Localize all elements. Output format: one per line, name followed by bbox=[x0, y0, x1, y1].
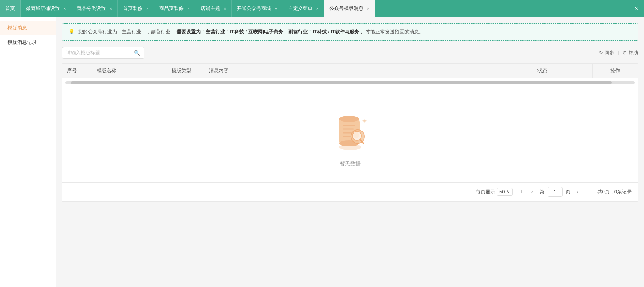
nav-tab-custom-menu-label: 自定义菜单 bbox=[288, 5, 312, 12]
nav-tab-product-decor[interactable]: 商品页装修 × bbox=[154, 0, 195, 17]
close-icon[interactable]: × bbox=[224, 6, 226, 11]
help-circle-icon: ⊙ bbox=[623, 50, 627, 55]
page-number-input[interactable] bbox=[548, 187, 563, 197]
nav-tab-home-label: 首页 bbox=[5, 5, 15, 12]
nav-tab-template-msg[interactable]: 公众号模版消息 × bbox=[324, 0, 375, 17]
main-layout: 模版消息 模版消息记录 💡 您的公众号行业为：主营行业：，副营行业： 需要设置为… bbox=[0, 17, 644, 287]
notice-icon: 💡 bbox=[68, 29, 74, 34]
content-area: 💡 您的公众号行业为：主营行业：，副营行业： 需要设置为：主营行业：IT科技 /… bbox=[56, 17, 644, 287]
sidebar: 模版消息 模版消息记录 bbox=[0, 17, 56, 287]
nav-tab-home-decor-label: 首页装修 bbox=[123, 5, 142, 12]
nav-tab-micro-shop-label: 微商城店铺设置 bbox=[26, 5, 60, 12]
total-text: 共0页，0条记录 bbox=[597, 189, 632, 195]
scroll-bar-container bbox=[62, 78, 638, 87]
nav-tab-custom-menu[interactable]: 自定义菜单 × bbox=[283, 0, 324, 17]
close-icon[interactable]: × bbox=[64, 6, 66, 11]
notice-text-prefix: 您的公众号行业为：主营行业：，副营行业： bbox=[78, 29, 175, 34]
notice-text-suffix: 才能正常发送预置的消息。 bbox=[366, 29, 424, 34]
last-page-button[interactable]: ⊢ bbox=[585, 187, 594, 196]
nav-tab-product-decor-label: 商品页装修 bbox=[159, 5, 184, 12]
close-all-button[interactable]: × bbox=[629, 5, 644, 12]
empty-text: 暂无数据 bbox=[340, 161, 361, 167]
horizontal-scrollbar[interactable] bbox=[65, 81, 635, 84]
sidebar-item-template-msg-label: 模版消息 bbox=[7, 25, 27, 31]
empty-state: 暂无数据 bbox=[62, 87, 638, 182]
scrollbar-thumb[interactable] bbox=[71, 81, 612, 84]
search-input[interactable] bbox=[66, 50, 134, 55]
page-size-label: 每页显示 bbox=[476, 189, 495, 195]
svg-point-10 bbox=[353, 132, 359, 138]
nav-tab-product-category-label: 商品分类设置 bbox=[77, 5, 106, 12]
close-icon[interactable]: × bbox=[146, 6, 148, 11]
search-icon[interactable]: 🔍 bbox=[134, 50, 140, 56]
th-status: 状态 bbox=[533, 64, 593, 78]
prev-page-button[interactable]: ‹ bbox=[528, 187, 537, 196]
sync-button[interactable]: ↻ 同步 bbox=[599, 49, 614, 56]
pagination-bar: 每页显示 50 ∨ ⊣ ‹ 第 页 › ⊢ 共0页，0条记录 bbox=[62, 182, 638, 201]
notice-box: 💡 您的公众号行业为：主营行业：，副营行业： 需要设置为：主营行业：IT科技 /… bbox=[62, 23, 638, 41]
nav-tab-product-category[interactable]: 商品分类设置 × bbox=[71, 0, 117, 17]
nav-tab-store-theme[interactable]: 店铺主题 × bbox=[195, 0, 232, 17]
help-button[interactable]: ⊙ 帮助 bbox=[623, 49, 638, 56]
sidebar-item-template-msg-record[interactable]: 模版消息记录 bbox=[0, 35, 56, 49]
toolbar-right: ↻ 同步 | ⊙ 帮助 bbox=[599, 49, 638, 56]
sync-icon: ↻ bbox=[599, 50, 603, 55]
toolbar-divider: | bbox=[618, 50, 619, 55]
search-bar: 🔍 ↻ 同步 | ⊙ 帮助 bbox=[62, 47, 638, 59]
data-table: 序号 模版名称 模版类型 消息内容 状态 操作 bbox=[62, 63, 638, 202]
help-label: 帮助 bbox=[628, 49, 638, 56]
nav-tab-open-mall[interactable]: 开通公众号商城 × bbox=[232, 0, 283, 17]
close-icon[interactable]: × bbox=[316, 6, 318, 11]
th-name: 模版名称 bbox=[92, 64, 167, 78]
empty-svg-icon bbox=[328, 110, 373, 155]
th-seq: 序号 bbox=[62, 64, 92, 78]
page-size-value: 50 bbox=[499, 189, 505, 195]
chevron-down-icon: ∨ bbox=[506, 189, 510, 195]
close-icon[interactable]: × bbox=[187, 6, 189, 11]
sidebar-item-template-msg[interactable]: 模版消息 bbox=[0, 21, 56, 35]
sidebar-item-template-msg-record-label: 模版消息记录 bbox=[7, 39, 37, 45]
top-nav: 首页 微商城店铺设置 × 商品分类设置 × 首页装修 × 商品页装修 × 店铺主… bbox=[0, 0, 644, 17]
table-header: 序号 模版名称 模版类型 消息内容 状态 操作 bbox=[62, 64, 638, 78]
page-label: 第 bbox=[540, 189, 545, 195]
sync-label: 同步 bbox=[604, 49, 614, 56]
svg-point-2 bbox=[339, 116, 359, 122]
page-size-dropdown[interactable]: 50 ∨ bbox=[497, 188, 512, 196]
close-icon[interactable]: × bbox=[275, 6, 277, 11]
nav-tab-micro-shop[interactable]: 微商城店铺设置 × bbox=[21, 0, 71, 17]
page-unit: 页 bbox=[566, 189, 570, 195]
close-icon[interactable]: × bbox=[110, 6, 112, 11]
empty-illustration bbox=[328, 110, 373, 155]
th-content: 消息内容 bbox=[204, 64, 533, 78]
first-page-button[interactable]: ⊣ bbox=[516, 187, 525, 196]
th-type: 模版类型 bbox=[167, 64, 204, 78]
nav-tab-store-theme-label: 店铺主题 bbox=[201, 5, 220, 12]
nav-tab-open-mall-label: 开通公众号商城 bbox=[237, 5, 271, 12]
next-page-button[interactable]: › bbox=[573, 187, 582, 196]
nav-tab-template-msg-label: 公众号模版消息 bbox=[329, 5, 363, 12]
nav-tab-home-decor[interactable]: 首页装修 × bbox=[118, 0, 154, 17]
search-input-wrap[interactable]: 🔍 bbox=[62, 47, 144, 59]
nav-tab-home[interactable]: 首页 bbox=[0, 0, 21, 17]
notice-highlight: 需要设置为：主营行业：IT科技 / 互联网|电子商务，副营行业：IT科技 / I… bbox=[176, 29, 364, 34]
th-action: 操作 bbox=[593, 64, 638, 78]
close-icon[interactable]: × bbox=[367, 6, 369, 11]
page-size-select: 每页显示 50 ∨ bbox=[476, 188, 512, 196]
